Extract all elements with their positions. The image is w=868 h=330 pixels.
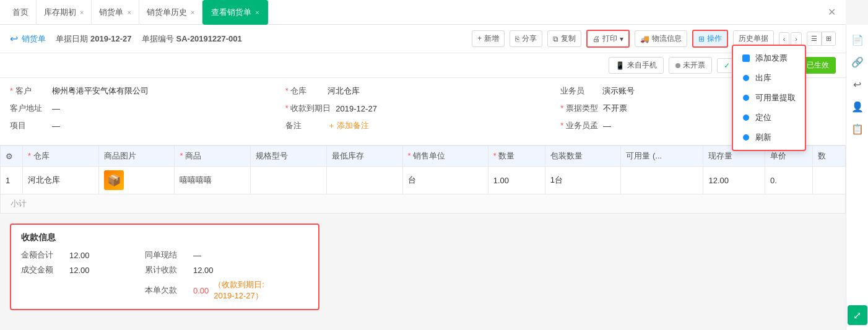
document-title: ↩ 销货单 xyxy=(10,33,46,45)
due-date-value: 2019-12-27 xyxy=(336,104,377,113)
logistics-button[interactable]: 🚚 物流信息 xyxy=(635,30,687,47)
sidebar-user-icon[interactable]: 👤 xyxy=(848,97,867,116)
sidebar-link-icon[interactable]: 🔗 xyxy=(848,52,867,72)
customer-value: 柳州粤港平安气体有限公司 xyxy=(52,85,149,97)
toolbar-row: 📱 来自手机 未开票 ✓ ✓ 已核销 ✓ 已生效 xyxy=(0,53,846,78)
logistics-icon: 🚚 xyxy=(640,35,649,43)
payment-title: 收款信息 xyxy=(21,232,308,243)
ticket-type-value: 不开票 xyxy=(603,103,627,114)
tab-inventory[interactable]: 库存期初 × xyxy=(37,0,92,25)
close-sales-tab[interactable]: × xyxy=(127,9,131,16)
doc-date-label: 单据日期 2019-12-27 xyxy=(56,33,132,45)
table-section: ⚙ * 仓库 商品图片 * 商品 规格型号 最低库存 * 销售单位 * 数量 包… xyxy=(0,145,846,214)
due-date-field: * 收款到期日 2019-12-27 xyxy=(285,103,561,114)
col-extra: 数 xyxy=(812,146,845,167)
close-view-tab[interactable]: × xyxy=(255,9,259,16)
sidebar-expand-icon[interactable]: ⤢ xyxy=(848,305,867,320)
operations-button[interactable]: ⊞ 操作 xyxy=(692,30,728,48)
sidebar-clipboard-icon[interactable]: 📋 xyxy=(848,119,867,139)
tab-bar: 首页 库存期初 × 销货单 × 销货单历史 × 查看销货单 × ✕ xyxy=(0,0,846,25)
done-icon: ✓ xyxy=(724,61,730,70)
subtotal-label: 小计 xyxy=(1,194,846,214)
locate-item[interactable]: 定位 xyxy=(733,108,805,128)
add-note-button[interactable]: ＋ 添加备注 xyxy=(328,120,369,131)
print-dropdown-icon: ▾ xyxy=(620,35,623,43)
settlement-value: — xyxy=(193,251,201,260)
grid-view-button[interactable]: ⊞ xyxy=(822,32,836,46)
doc-number-label: 单据编号 SA-20191227-001 xyxy=(142,33,242,45)
arrears-row: 本单欠款 0.00 （收款到期日: 2019-12-27） xyxy=(145,279,269,302)
tab-sales-history[interactable]: 销货单历史 × xyxy=(139,0,202,25)
sidebar-doc-icon[interactable]: 📄 xyxy=(848,30,867,50)
customer-field: * 客户 柳州粤港平安气体有限公司 xyxy=(10,85,285,97)
project-value: — xyxy=(52,121,60,131)
settlement-row: 同单现结 — xyxy=(145,250,269,261)
transaction-row: 成交金额 12.00 xyxy=(21,264,145,276)
tab-sales[interactable]: 销货单 × xyxy=(92,0,139,25)
list-view-button[interactable]: ☰ xyxy=(807,32,822,46)
share-button[interactable]: ⎘ 分享 xyxy=(510,30,542,47)
document-meta: 单据日期 2019-12-27 单据编号 SA-20191227-001 xyxy=(56,33,242,45)
row-warehouse: 河北仓库 xyxy=(23,167,99,194)
outbound-item[interactable]: 出库 xyxy=(733,68,805,88)
document-header: ↩ 销货单 单据日期 2019-12-27 单据编号 SA-20191227-0… xyxy=(0,25,846,53)
col-image: 商品图片 xyxy=(98,146,175,167)
row-min-stock xyxy=(326,167,402,194)
amount-row: 金额合计 12.00 xyxy=(21,250,145,261)
arrears-value: 0.00 xyxy=(193,286,209,295)
refresh-icon xyxy=(742,133,750,142)
amount-value: 12.00 xyxy=(69,251,90,260)
add-note-icon: ＋ xyxy=(328,120,336,131)
right-sidebar: 📄 🔗 ↩ 👤 📋 ⤢ xyxy=(846,25,868,320)
available-qty-item[interactable]: 可用量提取 xyxy=(733,88,805,108)
prev-button[interactable]: ‹ xyxy=(779,32,790,46)
row-quantity: 1.00 xyxy=(488,167,545,194)
settings-col[interactable]: ⚙ xyxy=(1,146,23,167)
phone-icon: 📱 xyxy=(615,61,625,70)
outbound-icon xyxy=(742,74,750,82)
col-quantity: * 数量 xyxy=(488,146,545,167)
col-spec: 规格型号 xyxy=(251,146,327,167)
col-available: 可用量 (... xyxy=(621,146,703,167)
row-seq: 1 xyxy=(1,167,23,194)
operations-icon: ⊞ xyxy=(698,35,705,43)
print-icon: 🖨 xyxy=(592,35,600,43)
not-open-icon xyxy=(675,63,680,68)
subtotal-row: 小计 xyxy=(1,194,846,214)
transaction-value: 12.00 xyxy=(69,266,90,275)
tab-view-sales[interactable]: 查看销货单 × xyxy=(202,0,268,25)
form-row-2: 客户地址 — * 收款到期日 2019-12-27 * 票据类型 不开票 xyxy=(10,103,836,114)
copy-icon: ⧉ xyxy=(553,35,558,43)
row-spec xyxy=(251,167,327,194)
tab-home[interactable]: 首页 xyxy=(5,0,37,25)
print-button[interactable]: 🖨 打印 ▾ xyxy=(586,30,630,48)
product-image: 📦 xyxy=(104,170,124,190)
refresh-item[interactable]: 刷新 xyxy=(733,128,805,147)
locate-icon xyxy=(742,113,750,122)
new-button[interactable]: + 新增 xyxy=(472,30,504,47)
window-close-button[interactable]: ✕ xyxy=(823,6,841,18)
row-product: 嘻嘻嘻嘻 xyxy=(175,167,251,194)
payment-section: 收款信息 金额合计 12.00 同单现结 — 成交金额 12.00 累计收款 1… xyxy=(0,214,846,320)
invoice-icon xyxy=(742,54,750,63)
next-button[interactable]: › xyxy=(791,32,802,46)
close-history-tab[interactable]: × xyxy=(191,9,194,16)
table-header-row: ⚙ * 仓库 商品图片 * 商品 规格型号 最低库存 * 销售单位 * 数量 包… xyxy=(1,146,846,167)
cumulative-row: 累计收款 12.00 xyxy=(145,264,269,276)
copy-button[interactable]: ⧉ 复制 xyxy=(547,30,581,47)
from-phone-button[interactable]: 📱 来自手机 xyxy=(609,57,664,74)
payment-info-box: 收款信息 金额合计 12.00 同单现结 — 成交金额 12.00 累计收款 1… xyxy=(10,224,319,310)
share-icon: ⎘ xyxy=(515,35,519,43)
col-min-stock: 最低库存 xyxy=(326,146,402,167)
arrears-note: （收款到期日: 2019-12-27） xyxy=(214,279,269,302)
row-image: 📦 xyxy=(98,167,175,194)
close-inventory-tab[interactable]: × xyxy=(80,9,84,16)
warehouse-value: 河北仓库 xyxy=(328,85,360,97)
add-invoice-item[interactable]: 添加发票 xyxy=(733,48,805,68)
sidebar-back-icon[interactable]: ↩ xyxy=(848,74,867,94)
table-row: 1 河北仓库 📦 嘻嘻嘻嘻 台 1.00 1台 12.00 0. xyxy=(1,167,846,194)
address-field: 客户地址 — xyxy=(10,103,285,114)
row-pack-qty: 1台 xyxy=(545,167,621,194)
not-open-button[interactable]: 未开票 xyxy=(669,57,712,74)
cumulative-value: 12.00 xyxy=(193,266,214,275)
